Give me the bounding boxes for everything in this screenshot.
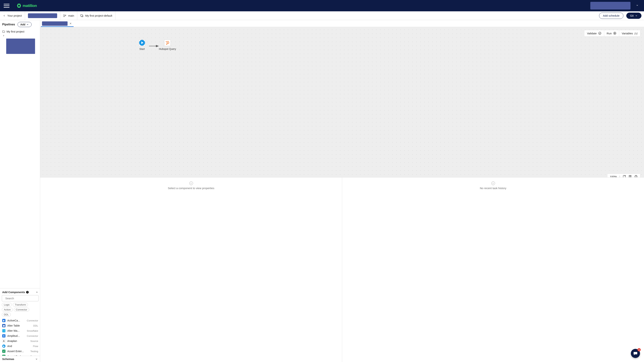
add-pipeline-label: Add: [20, 23, 25, 26]
pipeline-tree-expand[interactable]: [2, 34, 38, 38]
pipeline-tree-root[interactable]: My first project: [2, 29, 38, 34]
bottom-panels: i Select a component to view properties …: [40, 177, 644, 362]
pipeline-canvas[interactable]: Validate Run Variables (x) Star: [40, 27, 644, 177]
help-circle-icon[interactable]: [634, 175, 638, 177]
chevron-down-icon: [35, 358, 38, 360]
svg-point-14: [168, 41, 168, 42]
brand-hexagon-icon: [17, 4, 21, 8]
divider: |: [619, 175, 620, 178]
chip-ddl[interactable]: DDL: [2, 313, 11, 316]
svg-point-6: [598, 32, 601, 35]
info-icon[interactable]: i: [26, 291, 29, 293]
chevron-up-icon: [36, 291, 38, 293]
add-components-header[interactable]: Add Components i: [2, 290, 38, 295]
breadcrumb-environment[interactable]: My first project-default: [77, 11, 116, 20]
add-components-panel: Add Components i Logic Transform Action …: [0, 288, 40, 356]
breadcrumb-branch[interactable]: main: [60, 11, 78, 20]
list-item[interactable]: ⋮⋮Alter Wa...Snowflake: [2, 328, 38, 333]
pipelines-header: Pipelines Add: [0, 20, 40, 29]
zoom-value: 100%: [610, 175, 617, 178]
main-column: ✕ Validate Run Variables (x): [40, 20, 644, 362]
add-schedule-button[interactable]: Add schedule: [599, 13, 623, 19]
account-chevron-icon[interactable]: [636, 4, 638, 7]
close-icon[interactable]: ✕: [70, 22, 72, 25]
validate-button[interactable]: Validate: [584, 30, 604, 36]
svg-rect-3: [80, 15, 82, 16]
grid-icon[interactable]: [628, 175, 632, 177]
chevron-down-icon: [26, 23, 29, 26]
canvas-node-start[interactable]: Start: [139, 40, 145, 51]
pipeline-tree: My first project: [0, 29, 40, 56]
chip-logic[interactable]: Logic: [2, 303, 12, 307]
svg-point-16: [166, 44, 167, 45]
canvas-zoom-bar[interactable]: 100% |: [607, 174, 640, 177]
run-button[interactable]: Run: [604, 30, 619, 36]
component-list[interactable]: ▶ActiveCa...Connector ▦Alter TableDDL ⋮⋮…: [2, 318, 38, 356]
folder-icon: [2, 30, 5, 33]
workspace: Pipelines Add My first project Add Compo: [0, 20, 644, 362]
list-item[interactable]: AAnaplanSource: [2, 338, 38, 343]
svg-line-13: [166, 42, 168, 42]
list-item[interactable]: ✓Assert Exter...Testing: [2, 349, 38, 354]
chip-transform[interactable]: Transform: [13, 303, 28, 307]
git-button[interactable]: Git: [626, 13, 642, 19]
variables-x-icon: (x): [634, 32, 638, 35]
list-item[interactable]: ▶AndFlow: [2, 343, 38, 349]
svg-line-17: [167, 43, 167, 44]
svg-point-12: [166, 41, 166, 42]
chip-action[interactable]: Action: [2, 308, 13, 311]
component-search-input[interactable]: [5, 297, 40, 300]
add-pipeline-button[interactable]: Add: [18, 22, 32, 27]
canvas-node-hubspot[interactable]: Hubspot Query: [159, 40, 176, 51]
breadcrumb-branch-name: main: [68, 14, 74, 17]
task-history-panel: i No recent task history: [342, 177, 644, 362]
breadcrumb-project-name: [28, 13, 57, 18]
git-branch-icon: [63, 14, 66, 17]
svg-rect-21: [630, 175, 631, 177]
brand-logo[interactable]: matillion: [17, 4, 37, 8]
editor-tabs: ✕: [40, 20, 644, 27]
add-schedule-label: Add schedule: [603, 14, 620, 17]
canvas-node-start-label: Start: [139, 48, 145, 51]
list-item[interactable]: $Assert Scal...Testing: [2, 354, 38, 356]
variables-button[interactable]: Variables (x): [619, 30, 640, 36]
canvas-toolbar: Validate Run Variables (x): [584, 30, 640, 37]
list-item[interactable]: ▦Alter TableDDL: [2, 323, 38, 328]
schemas-title: Schemas: [2, 357, 14, 360]
breadcrumb-project[interactable]: [25, 11, 60, 20]
svg-point-2: [65, 15, 66, 15]
chat-badge: 1: [638, 348, 641, 351]
breadcrumb-environment-name: My first project-default: [85, 14, 112, 17]
info-icon: i: [491, 181, 495, 185]
schemas-header[interactable]: Schemas: [0, 356, 40, 362]
chevron-left-icon: [3, 15, 6, 17]
add-components-title: Add Components: [2, 290, 25, 294]
svg-point-0: [64, 15, 64, 15]
component-search[interactable]: [2, 295, 38, 301]
svg-point-1: [64, 16, 64, 17]
list-item[interactable]: ▶ActiveCa...Connector: [2, 318, 38, 323]
play-circle-icon: [613, 32, 616, 35]
editor-tab-active[interactable]: ✕: [41, 21, 74, 27]
svg-rect-20: [629, 175, 630, 177]
menu-icon[interactable]: [4, 3, 10, 9]
canvas-node-hubspot-label: Hubspot Query: [159, 48, 176, 51]
editor-tab-title: [42, 21, 68, 26]
pipeline-selected-item[interactable]: [6, 39, 35, 54]
info-icon: i: [189, 181, 193, 185]
svg-marker-8: [614, 33, 616, 34]
list-item[interactable]: AAmplitud...Connector: [2, 333, 38, 338]
chip-connector[interactable]: Connector: [14, 308, 29, 311]
breadcrumb-bar: Your project main My first project-defau…: [0, 11, 644, 20]
chevron-right-icon: [2, 35, 5, 37]
component-filter-chips: Logic Transform Action Connector DDL: [2, 301, 38, 318]
breadcrumb-back[interactable]: Your project: [0, 11, 25, 20]
tasks-empty-message: No recent task history: [480, 187, 506, 190]
fit-screen-icon[interactable]: [623, 175, 626, 177]
chat-launcher[interactable]: 1: [631, 349, 640, 358]
breadcrumb-back-label: Your project: [7, 14, 22, 17]
chevron-down-icon: [635, 15, 638, 17]
properties-empty-message: Select a component to view properties: [168, 187, 214, 190]
environment-icon: [80, 14, 84, 17]
account-selector[interactable]: [590, 2, 630, 10]
